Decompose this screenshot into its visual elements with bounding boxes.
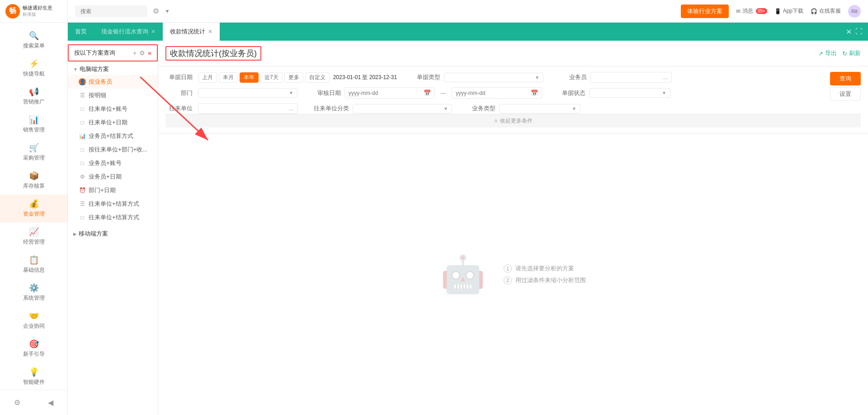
pc-schemes-label: 电脑端方案 (80, 65, 109, 73)
tabs-bar: 首页 现金银行流水查询 ✕ 收款情况统计 ✕ ✕ ⛶ (68, 23, 868, 41)
sidebar-item-collab[interactable]: 🤝 企业协同 (0, 307, 67, 335)
salesman-select[interactable]: ... (590, 72, 672, 83)
date-btn-this-month[interactable]: 本月 (219, 72, 238, 83)
scheme-partner-settle2[interactable]: □ 往来单位+结算方式 (68, 211, 158, 224)
scheme-dept-date[interactable]: ⏰ 部门+日期 (68, 184, 158, 197)
date-btn-last-month[interactable]: 上月 (198, 72, 217, 83)
topbar-dropdown-icon[interactable]: ▼ (165, 8, 170, 14)
logo-icon: 畅 (5, 4, 20, 19)
dept-select[interactable]: ▼ (198, 88, 297, 98)
user-avatar[interactable]: Rit (848, 5, 861, 18)
tab-collection-stats[interactable]: 收款情况统计 ✕ (163, 23, 220, 41)
partner-category-field: 往来单位分类 ▼ (314, 104, 452, 113)
empty-state-content: 🤖 1 请先选择要分析的方案 2 用过滤条件来缩小分析范围 (440, 253, 586, 296)
sidebar-item-search[interactable]: 🔍 搜索菜单 (0, 26, 67, 54)
scheme-partner-date[interactable]: □ 往来单位+日期 (68, 116, 158, 129)
pc-schemes-arrow: ▼ (73, 67, 78, 72)
tab-close-all-icon[interactable]: ✕ (846, 28, 852, 36)
message-btn[interactable]: ✉ 消息 99+ (736, 7, 767, 15)
dept-date-icon: ⏰ (79, 187, 86, 194)
topbar-search-input[interactable] (75, 5, 147, 17)
sidebar-item-basic-info[interactable]: 📋 基础信息 (0, 250, 67, 278)
review-date-label: 审核日期 (314, 89, 341, 97)
export-icon: ↗ (818, 50, 823, 57)
voucher-status-field: 单据状态 ▼ (558, 88, 670, 98)
empty-robot-icon: 🤖 (440, 253, 486, 296)
pc-schemes-parent[interactable]: ▼ 电脑端方案 (68, 63, 158, 75)
sidebar-item-inventory[interactable]: 📦 库存核算 (0, 166, 67, 194)
settings-bottom-icon[interactable]: ⚙ (10, 395, 24, 410)
review-date-start[interactable] (349, 90, 422, 96)
voucher-status-label: 单据状态 (558, 89, 585, 97)
partner-account-icon: □ (79, 105, 86, 113)
salesman-date-icon: ⚙ (79, 173, 86, 180)
tab-expand-icon[interactable]: ⛶ (855, 28, 863, 36)
partner-select[interactable]: ... (198, 103, 297, 114)
scheme-partner-settle1[interactable]: ☰ 往来单位+结算方式 (68, 197, 158, 211)
tab-home[interactable]: 首页 (68, 23, 94, 41)
sidebar-item-system[interactable]: ⚙️ 系统管理 (0, 278, 67, 307)
topbar-gear-icon[interactable]: ⚙ (153, 7, 159, 15)
scheme-by-salesman[interactable]: 👤 按业务员 (68, 75, 158, 89)
sidebar-item-quick-nav[interactable]: ⚡ 快捷导航 (0, 54, 67, 82)
content-area: 按以下方案查询 + ⚙ « ▼ 电脑端方案 👤 按业务员 ☰ 按 (68, 41, 868, 415)
sidebar-item-hardware[interactable]: 💡 智能硬件 (0, 363, 67, 390)
export-btn[interactable]: ↗ 导出 (818, 49, 837, 57)
sidebar-item-sales[interactable]: 📊 销售管理 (0, 110, 67, 138)
calendar-start-icon[interactable]: 📅 (424, 90, 431, 96)
biz-type-select[interactable]: ▼ (499, 104, 580, 113)
mobile-schemes-parent[interactable]: ▶ 移动端方案 (68, 228, 158, 240)
refresh-btn[interactable]: ↻ 刷新 (842, 49, 861, 57)
salesman-more-icon[interactable]: ... (663, 74, 668, 80)
voucher-type-select[interactable]: ▼ (444, 73, 543, 82)
message-badge: 99+ (756, 8, 767, 14)
review-date-end[interactable] (456, 90, 529, 96)
empty-steps: 1 请先选择要分析的方案 2 用过滤条件来缩小分析范围 (504, 264, 586, 284)
query-button[interactable]: 查询 (830, 72, 861, 85)
add-scheme-icon[interactable]: + (133, 49, 137, 57)
filter-row-2: 部门 ▼ 审核日期 📅 — (165, 87, 825, 99)
dept-label: 部门 (165, 89, 193, 97)
partner-category-select[interactable]: ▼ (353, 104, 452, 113)
scheme-partner-account[interactable]: □ 往来单位+账号 (68, 102, 158, 116)
quick-nav-icon: ⚡ (29, 59, 39, 69)
partner-date-icon: □ (79, 119, 86, 126)
partner-settle1-icon: ☰ (79, 200, 86, 208)
date-btn-this-year[interactable]: 本年 (240, 72, 259, 83)
collapse-sidebar-icon[interactable]: ◀ (44, 395, 57, 410)
tab-collection-stats-close[interactable]: ✕ (208, 28, 212, 35)
guide-icon: 🎯 (29, 339, 39, 349)
scheme-salesman-account[interactable]: □ 业务员+账号 (68, 156, 158, 170)
service-icon: 🎧 (811, 8, 817, 14)
date-btn-custom[interactable]: 自定义 (305, 72, 330, 83)
scheme-salesman-date[interactable]: ⚙ 业务员+日期 (68, 170, 158, 184)
scheme-settings-icon[interactable]: ⚙ (139, 49, 145, 57)
page-header: 收款情况统计(按业务员) ↗ 导出 ↻ 刷新 (158, 41, 868, 66)
sidebar-item-label: 营销推广 (23, 98, 45, 106)
scheme-label: 业务员+日期 (89, 173, 122, 181)
tab-cash-flow[interactable]: 现金银行流水查询 ✕ (94, 23, 163, 41)
online-service-btn[interactable]: 🎧 在线客服 (811, 7, 841, 15)
sidebar-item-purchase[interactable]: 🛒 采购管理 (0, 138, 67, 166)
app-download-btn[interactable]: 📱 App下载 (774, 7, 803, 15)
date-btn-more[interactable]: 更多 (284, 72, 303, 83)
trial-button[interactable]: 体验行业方案 (681, 5, 729, 18)
partner-more-icon[interactable]: ... (289, 105, 293, 112)
collapse-bar-text: ∧ 收起更多条件 (494, 118, 532, 124)
sidebar-item-marketing[interactable]: 📢 营销推广 (0, 82, 67, 110)
setting-button[interactable]: 设置 (830, 87, 861, 101)
date-btn-7days[interactable]: 近7天 (260, 72, 283, 83)
tab-cash-flow-close[interactable]: ✕ (151, 28, 156, 35)
scheme-by-detail[interactable]: ☰ 按明细 (68, 89, 158, 102)
empty-state: 🤖 1 请先选择要分析的方案 2 用过滤条件来缩小分析范围 (440, 253, 586, 296)
logo-text: 畅捷通好生意 标准版 (23, 5, 52, 18)
sidebar-item-guide[interactable]: 🎯 新手引导 (0, 335, 67, 363)
sidebar-item-finance[interactable]: 💰 资金管理 (0, 194, 67, 222)
scheme-salesman-settlement[interactable]: 📊 业务员+结算方式 (68, 129, 158, 143)
sidebar-item-operations[interactable]: 📈 经营管理 (0, 222, 67, 250)
collapse-bar[interactable]: ∧ 收起更多条件 (165, 114, 861, 127)
collapse-panel-icon[interactable]: « (148, 49, 151, 57)
voucher-status-select[interactable]: ▼ (589, 88, 670, 98)
calendar-end-icon[interactable]: 📅 (531, 90, 538, 96)
scheme-partner-dept[interactable]: □ 按往来单位+部门+收... (68, 143, 158, 156)
